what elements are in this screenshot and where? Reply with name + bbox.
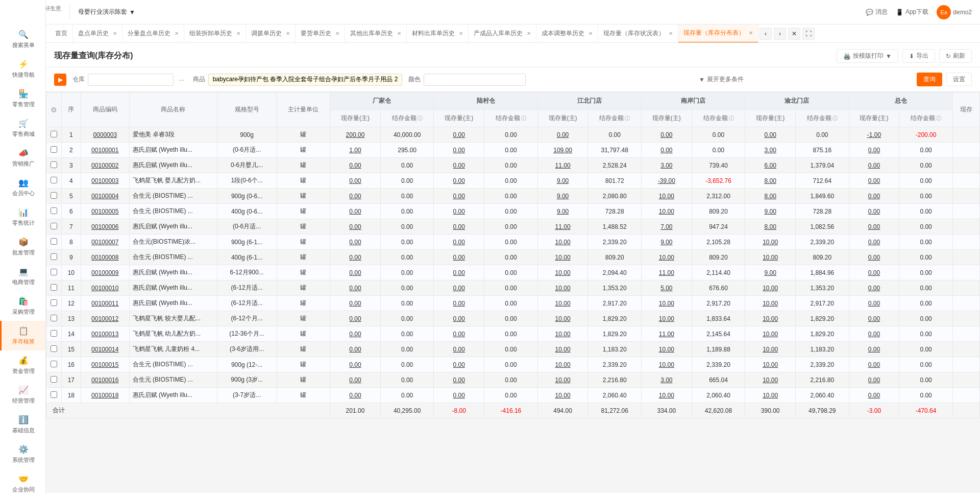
row-total-qty[interactable]: 0.00	[849, 204, 899, 219]
row-nanan-qty[interactable]: 3.00	[641, 372, 692, 388]
row-total-qty[interactable]: 0.00	[849, 250, 899, 265]
row-lucun-qty[interactable]: 0.00	[434, 189, 484, 204]
row-check[interactable]	[46, 250, 62, 265]
row-factory-qty[interactable]: 0.00	[330, 265, 381, 280]
row-factory-qty[interactable]: 0.00	[330, 234, 381, 250]
sidebar-item-system[interactable]: ⚙️ 系统管理	[0, 439, 45, 465]
tab-productsin-close[interactable]: ✕	[527, 31, 531, 36]
row-lucun-qty[interactable]: 0.00	[434, 265, 484, 280]
row-yubei-qty[interactable]: 8.00	[745, 189, 796, 204]
row-check[interactable]	[46, 143, 62, 158]
tab-prev-btn[interactable]: ‹	[760, 28, 772, 40]
row-jiangbei-qty[interactable]: 10.00	[537, 250, 588, 265]
row-code[interactable]: 00100006	[81, 219, 129, 234]
row-total-qty[interactable]: 0.00	[849, 173, 899, 189]
row-nanan-qty[interactable]: 7.00	[641, 219, 692, 234]
row-checkbox[interactable]	[51, 192, 57, 199]
tab-currentstockdist-close[interactable]: ✕	[749, 30, 753, 36]
row-checkbox[interactable]	[51, 345, 57, 352]
row-lucun-qty[interactable]: 0.00	[434, 388, 484, 403]
sidebar-item-wholesale[interactable]: 📦 批发管理	[0, 232, 45, 262]
row-total-qty[interactable]: 0.00	[849, 219, 899, 234]
row-total-qty[interactable]: 0.00	[849, 326, 899, 342]
sidebar-item-retailstat[interactable]: 📊 零售统计	[0, 202, 45, 232]
warehouse-dots-btn[interactable]: ···	[177, 76, 187, 84]
row-lucun-qty[interactable]: 0.00	[434, 204, 484, 219]
row-code[interactable]: 00100010	[81, 280, 129, 296]
export-btn[interactable]: ⬇ 导出	[902, 49, 935, 63]
app-download-btn[interactable]: 📱 App下载	[896, 8, 928, 16]
row-check[interactable]	[46, 311, 62, 326]
row-yubei-qty[interactable]: 6.00	[745, 158, 796, 173]
row-total-qty[interactable]: 0.00	[849, 234, 899, 250]
row-jiangbei-qty[interactable]: 10.00	[537, 326, 588, 342]
row-lucun-qty[interactable]: 0.00	[434, 296, 484, 311]
row-code[interactable]: 00100002	[81, 158, 129, 173]
row-total-qty[interactable]: 0.00	[849, 342, 899, 357]
row-total-qty[interactable]: 0.00	[849, 388, 899, 403]
row-total-qty[interactable]: 0.00	[849, 158, 899, 173]
row-total-qty[interactable]: 0.00	[849, 296, 899, 311]
row-jiangbei-qty[interactable]: 11.00	[537, 158, 588, 173]
row-lucun-qty[interactable]: 0.00	[434, 127, 484, 143]
tab-productsin[interactable]: 产成品入库单历史 ✕	[469, 25, 536, 43]
row-checkbox[interactable]	[51, 223, 57, 229]
row-total-qty[interactable]: 0.00	[849, 189, 899, 204]
row-lucun-qty[interactable]: 0.00	[434, 158, 484, 173]
tab-otherout[interactable]: 其他出库单历史 ✕	[345, 25, 407, 43]
tab-costadjust-close[interactable]: ✕	[589, 31, 593, 36]
tab-request-close[interactable]: ✕	[335, 31, 339, 36]
warehouse-input[interactable]	[88, 74, 174, 86]
sidebar-item-member[interactable]: 👥 会员中心	[0, 173, 45, 202]
message-btn[interactable]: 💬 消息	[866, 8, 888, 16]
row-jiangbei-qty[interactable]: 10.00	[537, 296, 588, 311]
row-factory-qty[interactable]: 0.00	[330, 388, 381, 403]
sidebar-item-search[interactable]: 🔍 搜索英单	[0, 25, 45, 54]
row-check[interactable]	[46, 189, 62, 204]
tab-transfer-close[interactable]: ✕	[286, 31, 290, 36]
row-checkbox[interactable]	[51, 161, 57, 168]
row-yubei-qty[interactable]: 8.00	[745, 219, 796, 234]
row-yubei-qty[interactable]: 10.00	[745, 250, 796, 265]
row-total-qty[interactable]: -1.00	[849, 127, 899, 143]
row-factory-qty[interactable]: 0.00	[330, 342, 381, 357]
row-nanan-qty[interactable]: 3.00	[641, 158, 692, 173]
row-nanan-qty[interactable]: 10.00	[641, 388, 692, 403]
row-lucun-qty[interactable]: 0.00	[434, 173, 484, 189]
row-yubei-qty[interactable]: 10.00	[745, 296, 796, 311]
row-check[interactable]	[46, 204, 62, 219]
row-code[interactable]: 00100016	[81, 372, 129, 388]
row-factory-qty[interactable]: 200.00	[330, 127, 381, 143]
row-lucun-qty[interactable]: 0.00	[434, 280, 484, 296]
row-lucun-qty[interactable]: 0.00	[434, 326, 484, 342]
row-yubei-qty[interactable]: 10.00	[745, 280, 796, 296]
settings-btn[interactable]: 设置	[946, 73, 972, 86]
row-yubei-qty[interactable]: 10.00	[745, 311, 796, 326]
row-code[interactable]: 00100014	[81, 342, 129, 357]
row-nanan-qty[interactable]: 10.00	[641, 250, 692, 265]
row-jiangbei-qty[interactable]: 10.00	[537, 357, 588, 372]
row-check[interactable]	[46, 173, 62, 189]
row-jiangbei-qty[interactable]: 10.00	[537, 311, 588, 326]
tab-next-btn[interactable]: ›	[774, 28, 786, 40]
expand-conditions-btn[interactable]: ▼ 展开更多条件	[699, 75, 744, 84]
tab-fractionstock[interactable]: 分量盘点单历史 ✕	[122, 25, 184, 43]
row-total-qty[interactable]: 0.00	[849, 311, 899, 326]
row-jiangbei-qty[interactable]: 10.00	[537, 234, 588, 250]
row-check[interactable]	[46, 219, 62, 234]
row-factory-qty[interactable]: 0.00	[330, 326, 381, 342]
tab-combinedismantle[interactable]: 组装拆卸单历史 ✕	[184, 25, 246, 43]
tab-currentstockstatus[interactable]: 现存量（库存状况表） ✕	[598, 25, 678, 43]
sidebar-item-ecommerce[interactable]: 💻 电商管理	[0, 262, 45, 291]
print-btn[interactable]: 🖨️ 按模版打印 ▼	[837, 49, 898, 63]
sidebar-item-basic[interactable]: ℹ️ 基础信息	[0, 410, 45, 439]
row-lucun-qty[interactable]: 0.00	[434, 342, 484, 357]
row-code[interactable]: 00100018	[81, 388, 129, 403]
row-nanan-qty[interactable]: 11.00	[641, 326, 692, 342]
row-check[interactable]	[46, 326, 62, 342]
row-nanan-qty[interactable]: 10.00	[641, 204, 692, 219]
row-check[interactable]	[46, 280, 62, 296]
row-factory-qty[interactable]: 0.00	[330, 250, 381, 265]
row-jiangbei-qty[interactable]: 109.00	[537, 143, 588, 158]
row-total-qty[interactable]: 0.00	[849, 265, 899, 280]
